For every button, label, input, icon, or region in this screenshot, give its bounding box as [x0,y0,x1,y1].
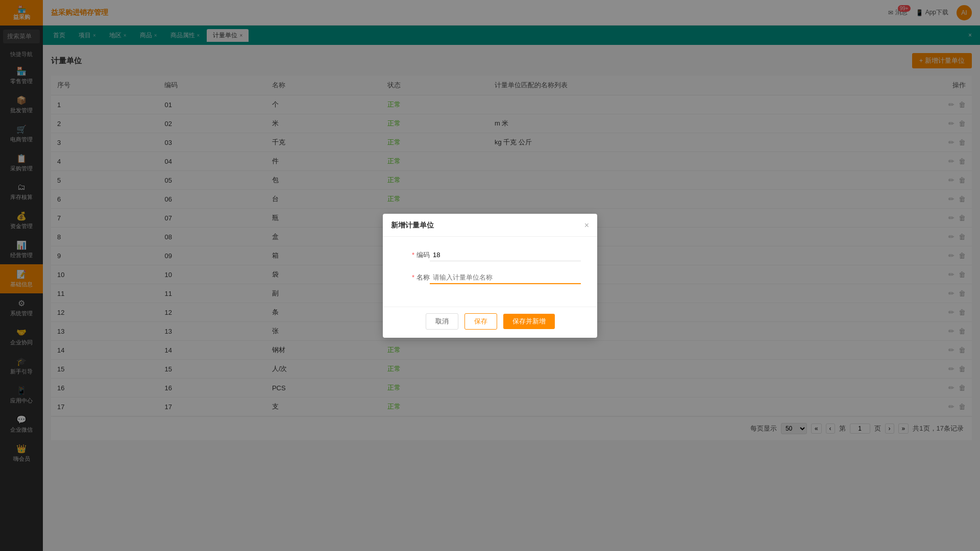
cancel-button[interactable]: 取消 [426,313,458,330]
code-input[interactable] [430,249,581,261]
name-label: *名称 [399,273,430,282]
modal-title: 新增计量单位 [391,221,434,230]
modal-header: 新增计量单位 × [383,214,597,237]
modal-overlay[interactable]: 新增计量单位 × *编码 *名称 取消 保存 保存并新增 [0,0,980,551]
save-and-new-button[interactable]: 保存并新增 [503,314,555,329]
modal-body: *编码 *名称 [383,237,597,307]
save-button[interactable]: 保存 [464,313,497,330]
name-field-row: *名称 [399,271,581,284]
code-label: *编码 [399,251,430,260]
modal-footer: 取消 保存 保存并新增 [383,307,597,338]
code-field-row: *编码 [399,249,581,261]
modal-close-button[interactable]: × [584,221,589,230]
name-input[interactable] [430,271,581,284]
add-unit-modal: 新增计量单位 × *编码 *名称 取消 保存 保存并新增 [383,214,597,338]
